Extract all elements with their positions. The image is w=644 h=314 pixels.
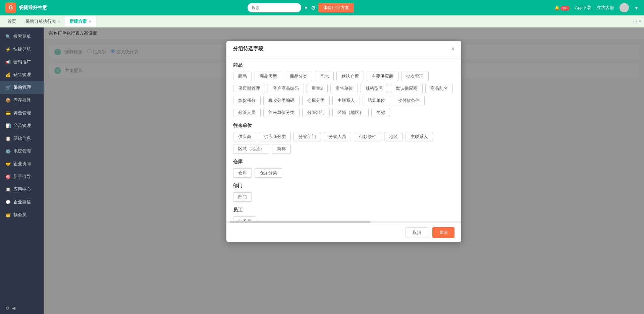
tag-goods-11[interactable]: 零售单位: [330, 84, 358, 93]
confirm-button[interactable]: 查询: [432, 227, 454, 238]
section-title-warehouse: 仓库: [233, 159, 454, 165]
modal-title: 分组待选字段: [233, 46, 263, 52]
tag-partner-5[interactable]: 付款条件: [354, 132, 381, 141]
tag-goods-15[interactable]: 炼货积分: [233, 96, 261, 105]
sidebar-item-quicknav[interactable]: ⚡ 快捷导航: [0, 43, 44, 56]
tag-goods-21[interactable]: 分管人员: [233, 108, 261, 117]
tag-partner-3[interactable]: 分管部门: [293, 132, 321, 141]
tag-goods-25[interactable]: 简称: [371, 108, 390, 117]
tag-goods-13[interactable]: 默认供应商: [391, 84, 423, 93]
tag-partner-2[interactable]: 供应商分类: [259, 132, 291, 141]
tag-grid-goods: 商品 商品类型 商品分类 产地 默认仓库 主要供应商 批次管理 保质期管理 客户…: [233, 72, 454, 117]
tab-close-all[interactable]: ×: [639, 19, 641, 24]
cancel-button[interactable]: 取消: [406, 227, 428, 238]
tab-new-plan[interactable]: 新建方案 ×: [65, 16, 96, 26]
tag-warehouse-1[interactable]: 仓库: [233, 168, 252, 178]
sidebar-item-search-label: 搜索菜单: [13, 34, 31, 40]
tab-right-arrow[interactable]: ›: [636, 19, 637, 24]
content-area: 采购订单执行表方案设置 1 选择模板 汇总表 交叉统计表 2 方案配置: [44, 27, 644, 314]
tab-left-arrow[interactable]: ‹: [633, 19, 635, 24]
modal-footer: 取消 查询: [226, 223, 461, 242]
tag-dept-1[interactable]: 部门: [233, 192, 252, 202]
tag-grid-dept: 部门: [233, 192, 454, 202]
sidebar-item-operation[interactable]: 📊 经营管理: [0, 119, 44, 132]
tag-partner-4[interactable]: 分管人员: [324, 132, 351, 141]
sidebar-item-finance[interactable]: 💳 资金管理: [0, 107, 44, 119]
tag-grid-partner: 供应商 供应商分类 分管部门 分管人员 付款条件 地区 主联系人 区域（地区） …: [233, 132, 454, 153]
tag-goods-17[interactable]: 仓库分类: [302, 96, 330, 105]
purchase-icon: 🛒: [5, 85, 11, 90]
tab-purchase-order-close[interactable]: ×: [58, 19, 60, 23]
tag-goods-16[interactable]: 税收分类编码: [263, 96, 300, 105]
tag-goods-24[interactable]: 区域（地区）: [332, 108, 369, 117]
header-search-input[interactable]: [248, 3, 301, 12]
search-dropdown-icon[interactable]: ▼: [304, 5, 308, 10]
online-service-link[interactable]: 在线客服: [597, 5, 614, 11]
sidebar-item-purchase[interactable]: 🛒 采购管理: [0, 81, 44, 94]
tag-goods-7[interactable]: 批次管理: [401, 72, 429, 81]
sidebar-item-inventory[interactable]: 📦 库存核算: [0, 94, 44, 107]
tag-goods-3[interactable]: 商品分类: [285, 72, 312, 81]
sidebar-collapse-icon[interactable]: ◀: [12, 306, 15, 311]
sidebar-item-system[interactable]: ⚙️ 系统管理: [0, 145, 44, 158]
basic-icon: 📋: [5, 136, 11, 141]
sales-icon: 💰: [5, 72, 11, 77]
enterprise-icon: 🤝: [5, 161, 11, 167]
sidebar-item-member[interactable]: 👑 畅会员: [0, 208, 44, 221]
tag-goods-14[interactable]: 商品别名: [425, 84, 453, 93]
user-avatar[interactable]: [620, 3, 629, 12]
sidebar-item-search[interactable]: 🔍 搜索菜单: [0, 30, 44, 43]
tag-goods-18[interactable]: 主联系人: [332, 96, 360, 105]
sidebar-item-basic[interactable]: 📋 基础信息: [0, 132, 44, 145]
tag-goods-4[interactable]: 产地: [315, 72, 334, 81]
tag-goods-19[interactable]: 结算单位: [363, 96, 390, 105]
tab-new-plan-close[interactable]: ×: [89, 19, 91, 23]
tab-home[interactable]: 首页: [3, 16, 21, 26]
tag-grid-employee: 业务员: [233, 216, 454, 221]
logo-area: G 畅捷通好生意: [5, 2, 47, 13]
sidebar-item-basic-label: 基础信息: [13, 135, 31, 141]
tag-partner-6[interactable]: 地区: [384, 132, 403, 141]
tag-warehouse-2[interactable]: 仓库分类: [255, 168, 282, 178]
tag-goods-2[interactable]: 商品类型: [255, 72, 282, 81]
sidebar-item-sales[interactable]: 💰 销售管理: [0, 68, 44, 81]
tag-goods-23[interactable]: 分管部门: [302, 108, 330, 117]
tag-partner-7[interactable]: 主联系人: [406, 132, 433, 141]
sidebar-item-wechat-label: 企业微信: [13, 199, 31, 205]
sidebar-item-appcenter[interactable]: 🔲 应用中心: [0, 183, 44, 196]
tag-goods-5[interactable]: 默认仓库: [336, 72, 364, 81]
tag-partner-8[interactable]: 区域（地区）: [233, 144, 269, 153]
gear-icon[interactable]: ⚙: [311, 5, 316, 11]
sidebar-item-wechat[interactable]: 💬 企业微信: [0, 196, 44, 208]
tag-goods-8[interactable]: 保质期管理: [233, 84, 265, 93]
app-download-link[interactable]: App下载: [575, 5, 591, 11]
tab-purchase-order[interactable]: 采购订单执行表 ×: [21, 16, 65, 26]
modal-close-button[interactable]: ×: [451, 46, 454, 52]
tag-goods-6[interactable]: 主要供应商: [367, 72, 398, 81]
sidebar-item-marketing-label: 营销推广: [13, 59, 31, 65]
tag-partner-9[interactable]: 简称: [272, 144, 291, 153]
user-dropdown-icon[interactable]: ▼: [634, 5, 639, 10]
inventory-icon: 📦: [5, 98, 11, 103]
tag-goods-9[interactable]: 客户商品编码: [268, 84, 304, 93]
sidebar-item-guide[interactable]: 🎯 新手引导: [0, 170, 44, 183]
tag-goods-1[interactable]: 商品: [233, 72, 252, 81]
sidebar-item-marketing[interactable]: 📢 营销推广: [0, 56, 44, 68]
tag-goods-22[interactable]: 往来单位分类: [263, 108, 300, 117]
main-layout: 🔍 搜索菜单 ⚡ 快捷导航 📢 营销推广 💰 销售管理 🛒 采购管理 📦 库存核…: [0, 27, 644, 314]
tag-grid-warehouse: 仓库 仓库分类: [233, 168, 454, 178]
sidebar-item-enterprise-label: 企业协同: [13, 161, 31, 167]
sidebar-item-enterprise[interactable]: 🤝 企业协同: [0, 158, 44, 170]
tag-employee-1[interactable]: 业务员: [233, 216, 256, 221]
wechat-icon: 💬: [5, 199, 11, 205]
tag-goods-10[interactable]: 重量3: [307, 84, 328, 93]
modal-body[interactable]: 商品 商品 商品类型 商品分类 产地 默认仓库 主要供应商 批次管理 保质期管理…: [226, 57, 461, 221]
tag-goods-12[interactable]: 规格型号: [361, 84, 388, 93]
experience-button[interactable]: 体验行业方案: [318, 3, 354, 12]
tag-goods-20[interactable]: 收付款条件: [393, 96, 425, 105]
header-search-area: ▼ ⚙ 体验行业方案: [248, 3, 354, 12]
sidebar-settings-icon[interactable]: ⚙: [5, 306, 9, 311]
tag-partner-1[interactable]: 供应商: [233, 132, 256, 141]
app-name: 畅捷通好生意: [19, 5, 47, 11]
notification-icon[interactable]: 🔔99+: [554, 5, 570, 10]
